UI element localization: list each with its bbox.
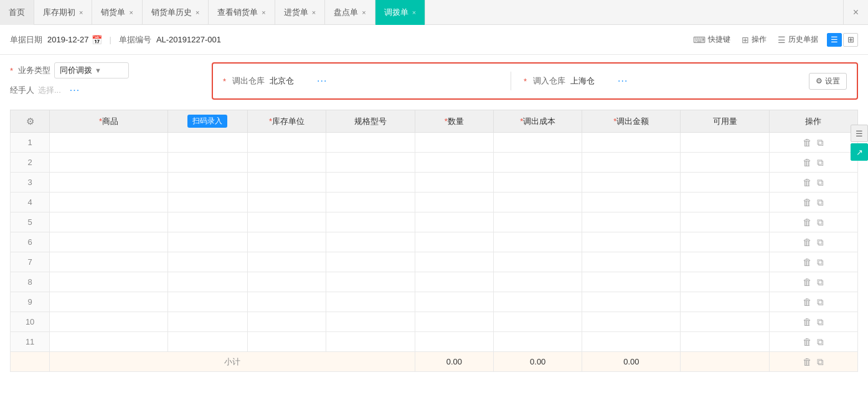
tab-close-view-sales[interactable]: × xyxy=(262,9,265,16)
cell-spec[interactable] xyxy=(326,272,415,292)
cell-cost[interactable] xyxy=(494,232,582,252)
cell-spec[interactable] xyxy=(326,332,415,352)
cell-qty[interactable] xyxy=(415,212,493,232)
cell-cost[interactable] xyxy=(494,212,582,232)
cell-available[interactable] xyxy=(681,292,769,312)
operations-button[interactable]: ⊞ 操作 xyxy=(739,33,769,46)
panel-list-icon[interactable]: ☰ xyxy=(851,125,868,142)
cell-unit[interactable] xyxy=(247,232,326,252)
cell-unit[interactable] xyxy=(247,332,326,352)
row-copy-icon[interactable]: ⧉ xyxy=(817,197,824,208)
row-delete-icon[interactable]: 🗑 xyxy=(803,197,812,207)
cell-amount[interactable] xyxy=(582,173,681,193)
cell-unit[interactable] xyxy=(247,193,326,212)
row-copy-icon[interactable]: ⧉ xyxy=(817,237,824,248)
cell-available[interactable] xyxy=(681,153,769,173)
tab-sales-history[interactable]: 销货单历史 × xyxy=(143,0,209,25)
cell-spec[interactable] xyxy=(326,312,415,332)
cell-product[interactable] xyxy=(50,193,168,212)
cell-unit[interactable] xyxy=(247,272,326,292)
tab-sales-order[interactable]: 销货单 × xyxy=(92,0,142,25)
in-warehouse-more-btn[interactable]: ··· xyxy=(618,75,628,87)
person-more-btn[interactable]: ··· xyxy=(70,85,80,96)
tab-close-sales-history[interactable]: × xyxy=(196,9,199,16)
calendar-icon[interactable]: 📅 xyxy=(92,35,102,45)
cell-available[interactable] xyxy=(681,272,769,292)
row-copy-icon[interactable]: ⧉ xyxy=(817,336,824,348)
history-docs-button[interactable]: ☰ 历史单据 xyxy=(775,33,821,46)
tab-transfer-order[interactable]: 调拨单 × xyxy=(375,0,425,25)
cell-cost[interactable] xyxy=(494,252,582,272)
cell-unit[interactable] xyxy=(247,292,326,312)
tab-close-transfer-order[interactable]: × xyxy=(412,9,416,16)
cell-product[interactable] xyxy=(50,312,168,332)
cell-unit[interactable] xyxy=(247,153,326,173)
cell-cost[interactable] xyxy=(494,173,582,193)
cell-qty[interactable] xyxy=(415,252,493,272)
row-copy-icon[interactable]: ⧉ xyxy=(817,316,824,328)
cell-unit[interactable] xyxy=(247,252,326,272)
cell-unit[interactable] xyxy=(247,173,326,193)
cell-amount[interactable] xyxy=(582,232,681,252)
cell-product[interactable] xyxy=(50,173,168,193)
row-delete-icon[interactable]: 🗑 xyxy=(803,137,812,148)
subtotal-copy-icon[interactable]: ⧉ xyxy=(817,356,824,368)
cell-cost[interactable] xyxy=(494,133,582,153)
cell-cost[interactable] xyxy=(494,292,582,312)
cell-product[interactable] xyxy=(50,232,168,252)
cell-product[interactable] xyxy=(50,332,168,352)
row-delete-icon[interactable]: 🗑 xyxy=(803,316,812,327)
person-select[interactable]: 选择... xyxy=(38,85,61,96)
cell-spec[interactable] xyxy=(326,232,415,252)
row-copy-icon[interactable]: ⧉ xyxy=(817,137,824,148)
cell-cost[interactable] xyxy=(494,332,582,352)
table-settings-icon[interactable]: ⚙ xyxy=(26,116,34,126)
row-delete-icon[interactable]: 🗑 xyxy=(803,177,812,188)
table-scroll[interactable]: ⚙ *商品 扫码录入 *库存单位 规格型号 *数量 xyxy=(10,105,858,372)
tab-close-inventory-check[interactable]: × xyxy=(362,9,366,16)
tab-inventory-check[interactable]: 盘点单 × xyxy=(325,0,375,25)
grid-view-button[interactable]: ⊞ xyxy=(843,33,858,47)
cell-available[interactable] xyxy=(681,332,769,352)
cell-unit[interactable] xyxy=(247,212,326,232)
row-copy-icon[interactable]: ⧉ xyxy=(817,217,824,228)
cell-qty[interactable] xyxy=(415,193,493,212)
settings-button[interactable]: ⚙ 设置 xyxy=(809,73,847,90)
row-copy-icon[interactable]: ⧉ xyxy=(817,297,824,308)
cell-amount[interactable] xyxy=(582,292,681,312)
cell-cost[interactable] xyxy=(494,153,582,173)
out-warehouse-more-btn[interactable]: ··· xyxy=(317,75,327,87)
cell-spec[interactable] xyxy=(326,212,415,232)
cell-amount[interactable] xyxy=(582,212,681,232)
shortcuts-button[interactable]: ⌨ 快捷键 xyxy=(691,33,733,46)
cell-amount[interactable] xyxy=(582,133,681,153)
row-copy-icon[interactable]: ⧉ xyxy=(817,157,824,168)
cell-amount[interactable] xyxy=(582,252,681,272)
row-delete-icon[interactable]: 🗑 xyxy=(803,277,812,287)
scan-entry-button[interactable]: 扫码录入 xyxy=(187,115,227,128)
cell-spec[interactable] xyxy=(326,153,415,173)
cell-available[interactable] xyxy=(681,252,769,272)
cell-qty[interactable] xyxy=(415,173,493,193)
tab-view-sales[interactable]: 查看销货单 × xyxy=(209,0,275,25)
panel-expand-icon[interactable]: ↗ xyxy=(851,143,868,161)
cell-product[interactable] xyxy=(50,272,168,292)
cell-qty[interactable] xyxy=(415,312,493,332)
row-delete-icon[interactable]: 🗑 xyxy=(803,257,812,267)
row-copy-icon[interactable]: ⧉ xyxy=(817,277,824,288)
cell-unit[interactable] xyxy=(247,133,326,153)
row-delete-icon[interactable]: 🗑 xyxy=(803,297,812,307)
cell-spec[interactable] xyxy=(326,252,415,272)
subtotal-delete-icon[interactable]: 🗑 xyxy=(803,356,812,367)
cell-qty[interactable] xyxy=(415,153,493,173)
cell-cost[interactable] xyxy=(494,193,582,212)
row-delete-icon[interactable]: 🗑 xyxy=(803,217,812,227)
cell-amount[interactable] xyxy=(582,153,681,173)
cell-product[interactable] xyxy=(50,252,168,272)
cell-amount[interactable] xyxy=(582,193,681,212)
cell-available[interactable] xyxy=(681,133,769,153)
list-view-button[interactable]: ☰ xyxy=(827,33,842,47)
row-copy-icon[interactable]: ⧉ xyxy=(817,177,824,188)
tab-close-inventory-init[interactable]: × xyxy=(79,9,83,16)
cell-product[interactable] xyxy=(50,153,168,173)
